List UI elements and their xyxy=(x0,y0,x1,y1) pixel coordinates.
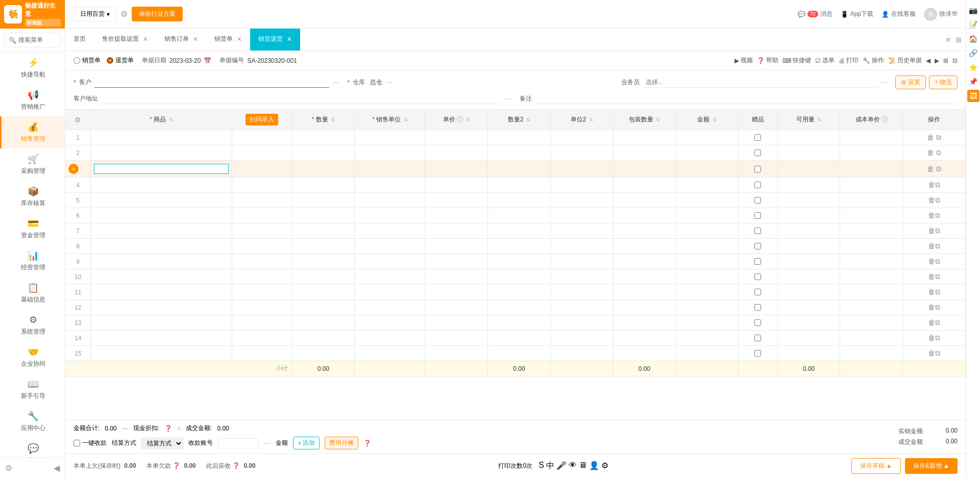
col-product-sort[interactable]: ⇅ xyxy=(169,117,173,122)
gift-checkbox[interactable] xyxy=(754,258,761,265)
qty2-cell[interactable] xyxy=(488,161,551,178)
gift-checkbox[interactable] xyxy=(754,243,761,249)
help-button[interactable]: ❓ 帮助 xyxy=(757,56,778,65)
copy-row-button[interactable]: ⧉ xyxy=(935,288,940,296)
address-picker-button[interactable]: ··· xyxy=(505,94,511,104)
qty2-cell[interactable] xyxy=(488,145,551,161)
add-row-button[interactable]: + xyxy=(68,164,79,174)
next-record-button[interactable]: ▶ xyxy=(935,57,939,64)
sidebar-item-wechat[interactable]: 💬 企业微信 xyxy=(0,438,65,458)
delete-row-button[interactable]: 🗑 xyxy=(928,318,935,326)
gift-checkbox[interactable] xyxy=(754,304,761,311)
quantity-cell[interactable] xyxy=(292,161,355,178)
sidebar-item-purchase[interactable]: 🛒 采购管理 xyxy=(0,148,65,181)
sidebar-settings-button[interactable]: ⚙ xyxy=(5,463,12,473)
mic-icon[interactable]: 🎤 xyxy=(556,461,567,471)
product-input-active[interactable] xyxy=(94,164,228,174)
sidebar-item-quicknav[interactable]: ⚡ 快捷导航 xyxy=(0,52,65,84)
address-input[interactable] xyxy=(101,93,502,104)
delete-row-button[interactable]: 🗑 xyxy=(928,349,935,357)
right-panel-icon-active[interactable]: 🖼 xyxy=(967,90,979,102)
col-amount-sort[interactable]: ⇅ xyxy=(713,117,717,122)
delete-row-button[interactable]: 🗑 xyxy=(927,165,934,173)
save-new-button[interactable]: 保存&新增 ▲ xyxy=(905,458,958,474)
right-panel-icon-4[interactable]: 🔗 xyxy=(967,47,979,59)
sidebar-item-marketing[interactable]: 📢 营销推广 xyxy=(0,84,65,116)
unit-cell[interactable] xyxy=(355,145,425,161)
copy-row-button[interactable]: ⧉ xyxy=(935,318,940,327)
tab-sales-order[interactable]: 销售订单 ✕ xyxy=(156,29,206,51)
delete-row-button[interactable]: 🗑 xyxy=(928,257,935,265)
gift-checkbox[interactable] xyxy=(754,197,761,204)
industry-selector[interactable]: 日用百货 ▾ xyxy=(74,7,116,21)
online-service-button[interactable]: 👤 在线客服 xyxy=(881,10,916,18)
col-qty2-sort[interactable]: ⇅ xyxy=(526,117,530,122)
unit-cell[interactable] xyxy=(355,130,425,145)
unit-cell[interactable] xyxy=(355,161,425,178)
print-button[interactable]: 🖨 打印 xyxy=(839,56,859,65)
delete-row-button[interactable]: 🗑 xyxy=(927,148,934,157)
unit2-cell[interactable] xyxy=(550,145,613,161)
gift-checkbox[interactable] xyxy=(754,273,761,280)
notification-button[interactable]: 💬 70 消息 xyxy=(798,10,832,18)
experience-button[interactable]: 体验行业方案 xyxy=(132,7,183,21)
right-panel-icon-6[interactable]: 📌 xyxy=(967,76,979,88)
fee-split-button[interactable]: 费用分摊 xyxy=(325,437,358,449)
delete-row-button[interactable]: 🗑 xyxy=(927,133,934,141)
col-unit2-sort[interactable]: ⇅ xyxy=(589,117,593,122)
copy-row-button[interactable]: ⧉ xyxy=(935,181,940,189)
delete-row-button[interactable]: 🗑 xyxy=(928,227,935,235)
col-price-sort[interactable]: ⇅ xyxy=(466,117,470,122)
amount-cell[interactable] xyxy=(676,161,739,178)
grid-view-button[interactable]: ⊞ xyxy=(943,57,948,64)
price-cell[interactable] xyxy=(425,145,488,161)
product-cell-active[interactable] xyxy=(91,161,232,178)
gift-checkbox[interactable] xyxy=(754,228,761,234)
chinese-icon[interactable]: 中 xyxy=(546,461,554,471)
type-return-radio[interactable]: 退货单 xyxy=(107,56,134,65)
gift-checkbox[interactable] xyxy=(754,182,761,188)
qty2-cell[interactable] xyxy=(488,130,551,145)
copy-row-button[interactable]: ⧉ xyxy=(935,303,940,312)
price-cell[interactable] xyxy=(425,130,488,145)
card-view-button[interactable]: ⊟ xyxy=(952,57,958,64)
gift-checkbox[interactable] xyxy=(754,335,761,341)
user-menu[interactable]: 徐 徐泽华 xyxy=(924,8,958,21)
eye-icon[interactable]: 👁 xyxy=(569,461,577,471)
copy-row-button[interactable]: ⧉ xyxy=(935,211,940,220)
copy-row-button[interactable]: ⧉ xyxy=(935,349,940,358)
select-button[interactable]: ☑ 选单 xyxy=(815,56,835,65)
amount-cell[interactable] xyxy=(676,145,739,161)
product-cell[interactable] xyxy=(91,145,232,161)
copy-row-button[interactable]: ⧉ xyxy=(936,165,941,173)
tab-sales-invoice[interactable]: 销货单 ✕ xyxy=(206,29,250,51)
quantity-cell[interactable] xyxy=(292,145,355,161)
gift-checkbox[interactable] xyxy=(754,289,761,295)
delete-row-button[interactable]: 🗑 xyxy=(928,181,935,189)
type-sales-radio[interactable]: 销货单 xyxy=(74,56,101,65)
sogou-icon[interactable]: S xyxy=(538,461,544,471)
history-button[interactable]: 📜 历史单据 xyxy=(888,56,922,65)
person-icon[interactable]: 👤 xyxy=(589,461,599,471)
pack-qty-cell[interactable] xyxy=(613,130,676,145)
sidebar-item-sales[interactable]: 💰 销售管理 xyxy=(0,116,65,148)
tabs-menu-button[interactable]: ⊞ xyxy=(955,36,962,44)
delete-row-button[interactable]: 🗑 xyxy=(928,272,935,281)
right-panel-icon-3[interactable]: 🏠 xyxy=(967,33,979,45)
sidebar-item-operations[interactable]: 📊 经营管理 xyxy=(0,245,65,277)
settlement-select[interactable]: 结算方式 xyxy=(141,438,183,449)
barcode-scan-button[interactable]: 扫码录入 xyxy=(246,114,278,125)
col-available-sort[interactable]: ⇅ xyxy=(817,117,821,122)
copy-row-button[interactable]: ⧉ xyxy=(936,133,941,142)
tab-close-sales-return[interactable]: ✕ xyxy=(287,36,292,43)
gift-checkbox[interactable] xyxy=(754,212,761,219)
screen-icon[interactable]: 🖥 xyxy=(579,461,587,471)
gift-checkbox[interactable] xyxy=(754,149,761,156)
col-pack-sort[interactable]: ⇅ xyxy=(656,117,660,122)
tab-close-sales-order[interactable]: ✕ xyxy=(193,36,198,43)
quantity-cell[interactable] xyxy=(292,130,355,145)
right-panel-icon-5[interactable]: ⭐ xyxy=(967,61,979,73)
account-picker-button[interactable]: ··· xyxy=(264,439,271,448)
topbar-gear-button[interactable]: ⚙ xyxy=(120,9,128,19)
copy-row-button[interactable]: ⧉ xyxy=(935,242,940,250)
